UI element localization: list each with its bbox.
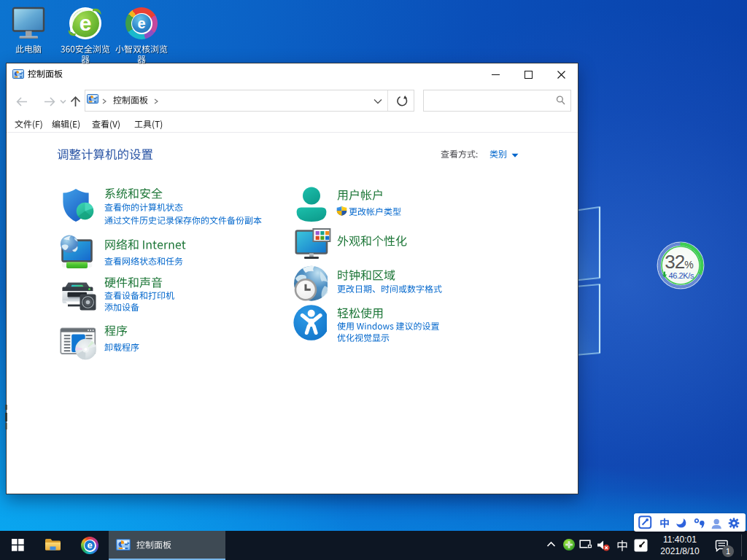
- svg-text:e: e: [137, 15, 145, 31]
- svg-text:e: e: [80, 11, 92, 35]
